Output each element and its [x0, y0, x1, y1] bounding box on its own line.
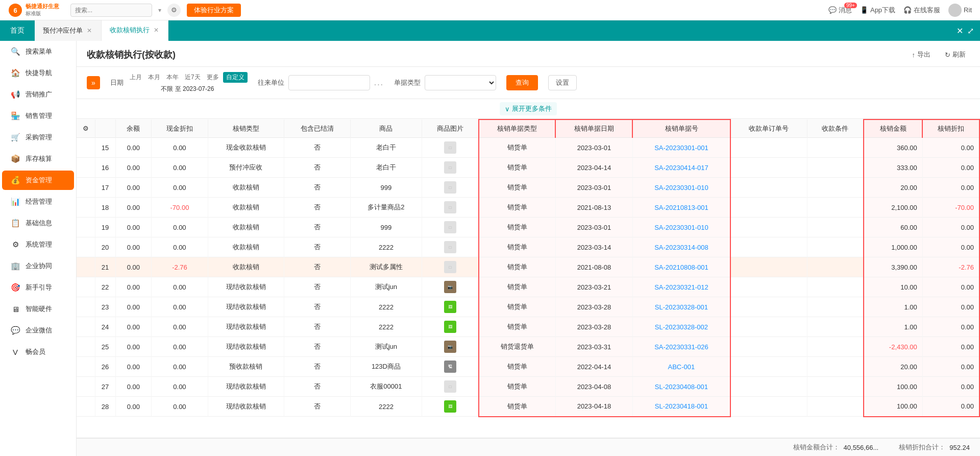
col-voucher-type-cell: 销货单	[479, 237, 556, 257]
col-voucher-no-cell[interactable]: SA-20210813-001	[632, 198, 730, 218]
solution-button[interactable]: 体验行业方案	[187, 4, 241, 17]
sidebar-item-enterprise[interactable]: 🏢 企业协同	[2, 256, 74, 276]
voucher-type-select[interactable]	[425, 75, 496, 90]
date-last-month[interactable]: 上月	[128, 72, 144, 83]
col-include-settled-cell: 否	[284, 257, 350, 277]
filter-counterparty-section: 往来单位 ...	[258, 75, 384, 90]
col-writeoff-amount-cell: 20.00	[864, 178, 922, 198]
expand-conditions-button[interactable]: ∨ 展开更多条件	[500, 102, 557, 115]
col-voucher-date-cell: 2021-08-08	[555, 257, 632, 277]
col-goods-header: 商品	[350, 119, 422, 138]
date-7days[interactable]: 近7天	[183, 72, 203, 83]
sidebar-item-wechat[interactable]: 💬 企业微信	[2, 321, 74, 340]
col-writeoff-type-cell: 收款核销	[208, 257, 284, 277]
app-download-button[interactable]: 📱 App下载	[860, 6, 895, 15]
col-seq-cell: 25	[95, 337, 115, 357]
tab-writeoff[interactable]: 收款核销执行 ✕	[102, 20, 168, 41]
counterparty-dots[interactable]: ...	[374, 78, 384, 87]
home-tab[interactable]: 首页	[0, 20, 35, 41]
col-writeoff-amount-cell: 60.00	[864, 218, 922, 237]
sidebar-item-marketing[interactable]: 📢 营销推广	[2, 85, 74, 104]
sidebar-item-basics[interactable]: 📋 基础信息	[2, 213, 74, 233]
tab-close-all-icon[interactable]: ✕	[957, 26, 963, 36]
query-button[interactable]: 查询	[506, 75, 538, 90]
col-balance-cell: 0.00	[115, 377, 152, 397]
col-voucher-no-cell[interactable]: SA-20210808-001	[632, 257, 730, 277]
col-writeoff-discount-cell: 0.00	[922, 218, 979, 237]
col-writeoff-type-cell: 收款核销	[208, 178, 284, 198]
col-cash-discount-cell: 0.00	[152, 317, 208, 337]
tab-close-prepay[interactable]: ✕	[86, 26, 93, 35]
sidebar-item-inventory[interactable]: 📦 库存核算	[2, 149, 74, 169]
col-gear-header[interactable]: ⚙	[77, 119, 95, 138]
tab-prepay[interactable]: 预付冲应付单 ✕	[35, 20, 102, 41]
table-container[interactable]: ⚙ 余额 现金折扣 核销类型 包含已结清 商品 商品图片 核销单据类型 核销单据…	[77, 119, 980, 438]
col-voucher-date-cell: 2023-03-28	[555, 317, 632, 337]
col-gear-cell	[77, 297, 95, 317]
sidebar-item-purchase[interactable]: 🛒 采购管理	[2, 128, 74, 147]
col-voucher-no-cell[interactable]: SL-20230328-002	[632, 317, 730, 337]
search-input[interactable]	[70, 4, 152, 17]
col-receipt-order-cell	[730, 297, 807, 317]
sidebar-item-member[interactable]: V 畅会员	[2, 342, 74, 362]
col-voucher-type-cell: 销货单	[479, 257, 556, 277]
gear-icon[interactable]: ⚙	[83, 125, 89, 132]
col-receipt-order-header: 收款单订单号	[730, 119, 807, 138]
counterparty-input[interactable]	[288, 75, 370, 90]
settings-icon[interactable]: ⚙	[167, 4, 181, 17]
col-balance-cell: 0.00	[115, 317, 152, 337]
col-goods-cell: 2222	[350, 237, 422, 257]
col-receipt-terms-cell	[807, 297, 864, 317]
filter-bar: » 日期 上月 本月 本年 近7天 更多 自定义 不限 至 2023-07-26	[77, 67, 980, 99]
col-voucher-no-cell[interactable]: SA-20230301-010	[632, 218, 730, 237]
col-goods-img-cell: □	[422, 178, 479, 198]
sidebar-item-operations[interactable]: 📊 经营管理	[2, 192, 74, 211]
col-voucher-no-cell[interactable]: ABC-001	[632, 357, 730, 377]
sidebar-item-finance-label: 资金管理	[26, 176, 52, 185]
headset-icon: 🎧	[903, 6, 912, 14]
online-service-button[interactable]: 🎧 在线客服	[903, 6, 940, 15]
col-voucher-no-cell[interactable]: SA-20230331-026	[632, 337, 730, 357]
user-avatar[interactable]: Rit	[948, 4, 972, 17]
date-this-month[interactable]: 本月	[146, 72, 162, 83]
sidebar-item-finance[interactable]: 💰 资金管理	[2, 171, 74, 190]
col-writeoff-amount-header: 核销金额	[864, 119, 922, 138]
message-button[interactable]: 💬 消息 99+	[828, 6, 852, 15]
col-voucher-no-cell[interactable]: SA-20230321-012	[632, 277, 730, 297]
chevron-down-icon[interactable]: ▾	[158, 7, 161, 14]
table-row: 16 0.00 0.00 预付冲应收 否 老白干 □ 销货单 2023-04-1…	[77, 158, 979, 178]
sidebar-item-quicknav[interactable]: 🏠 快捷导航	[2, 63, 74, 83]
tab-close-writeoff[interactable]: ✕	[153, 26, 160, 35]
export-button[interactable]: ↑ 导出	[908, 48, 935, 61]
col-voucher-date-cell: 2023-04-18	[555, 397, 632, 417]
col-voucher-no-cell[interactable]: SA-20230414-017	[632, 158, 730, 178]
sidebar-item-smart[interactable]: 🖥 智能硬件	[2, 299, 74, 319]
filter-toggle-button[interactable]: »	[87, 76, 100, 89]
col-voucher-no-cell[interactable]: SL-20230418-001	[632, 397, 730, 417]
tab-expand-icon[interactable]: ⤢	[967, 26, 974, 36]
sidebar-item-sales[interactable]: 🏪 销售管理	[2, 106, 74, 126]
col-seq-cell: 22	[95, 277, 115, 297]
refresh-button[interactable]: ↻ 刷新	[941, 48, 970, 61]
col-voucher-no-cell[interactable]: SA-20230301-001	[632, 138, 730, 158]
sidebar-item-search[interactable]: 🔍 搜索菜单	[2, 42, 74, 61]
col-voucher-no-cell[interactable]: SL-20230328-001	[632, 297, 730, 317]
col-balance-header: 余额	[115, 119, 152, 138]
table-row: 28 0.00 0.00 现结收款核销 否 2222 🖼 销货单 2023-04…	[77, 397, 979, 417]
col-voucher-type-cell: 销货单	[479, 297, 556, 317]
col-cash-discount-cell: 0.00	[152, 377, 208, 397]
sidebar-item-system[interactable]: ⚙ 系统管理	[2, 235, 74, 254]
col-include-settled-cell: 否	[284, 357, 350, 377]
date-more[interactable]: 更多	[205, 72, 221, 83]
sidebar-item-newbie[interactable]: 🎯 新手引导	[2, 278, 74, 297]
col-receipt-order-cell	[730, 158, 807, 178]
col-voucher-no-cell[interactable]: SA-20230314-008	[632, 237, 730, 257]
col-receipt-order-cell	[730, 257, 807, 277]
col-voucher-no-cell[interactable]: SL-20230408-001	[632, 377, 730, 397]
logo-text: 畅捷通好生意	[26, 3, 59, 10]
col-voucher-no-cell[interactable]: SA-20230301-010	[632, 178, 730, 198]
date-this-year[interactable]: 本年	[164, 72, 181, 83]
setting-button[interactable]: 设置	[548, 75, 577, 90]
date-custom[interactable]: 自定义	[223, 72, 248, 83]
col-seq-cell: 19	[95, 218, 115, 237]
